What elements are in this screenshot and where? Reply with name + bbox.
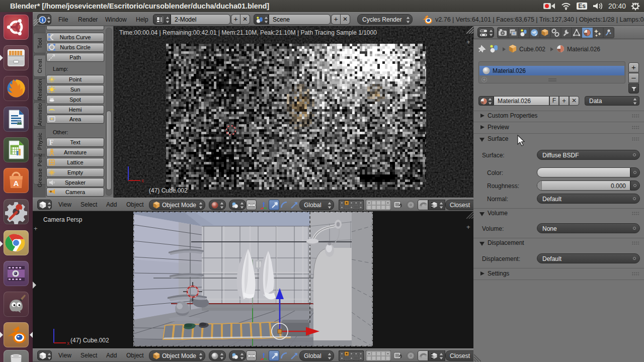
svg-text:F: F bbox=[49, 139, 54, 146]
svg-text:x: x bbox=[67, 340, 69, 346]
svg-text:i: i bbox=[42, 17, 43, 23]
svg-text:x: x bbox=[141, 178, 144, 184]
svg-text:A: A bbox=[14, 179, 19, 188]
